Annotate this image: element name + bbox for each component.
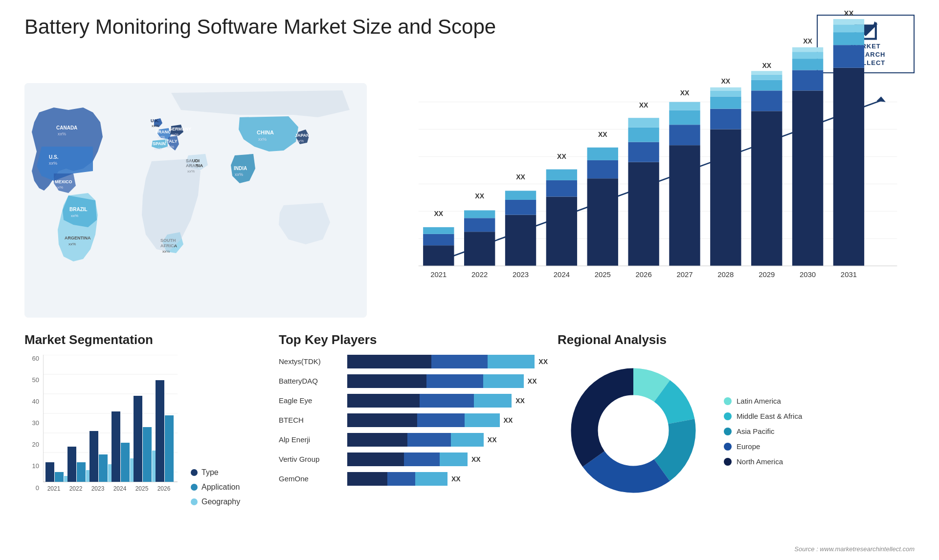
legend-europe-label: Europe (737, 442, 760, 451)
svg-rect-122 (55, 472, 64, 482)
svg-rect-79 (669, 110, 700, 125)
svg-text:SPAIN: SPAIN (153, 141, 166, 146)
svg-text:XX: XX (598, 130, 607, 138)
seg-bars-container: 60 50 40 30 20 10 0 (24, 355, 181, 506)
svg-text:xx%: xx% (235, 172, 243, 177)
player-bar (347, 472, 447, 486)
svg-text:2023: 2023 (513, 271, 529, 279)
svg-rect-80 (669, 102, 700, 110)
svg-text:2030: 2030 (800, 271, 816, 279)
donut-svg (558, 355, 709, 506)
legend-north-america: North America (724, 457, 802, 466)
svg-rect-52 (464, 218, 495, 232)
svg-rect-53 (464, 210, 495, 218)
svg-text:XX: XX (557, 152, 566, 160)
svg-text:XX: XX (639, 101, 648, 108)
svg-text:U.K.: U.K. (151, 118, 159, 123)
legend-europe: Europe (724, 442, 802, 451)
bottom-section: Market Segmentation 60 50 40 30 20 10 0 (24, 332, 915, 538)
svg-rect-90 (751, 111, 782, 266)
svg-text:2022: 2022 (69, 485, 83, 492)
svg-text:xx%: xx% (157, 135, 165, 139)
legend-geography-label: Geography (201, 497, 240, 506)
seg-y-labels: 60 50 40 30 20 10 0 (24, 355, 42, 492)
legend-application-label: Application (201, 483, 240, 492)
svg-text:XX: XX (680, 88, 690, 96)
svg-text:GERMANY: GERMANY (169, 127, 191, 131)
svg-text:U.S.: U.S. (49, 154, 59, 160)
player-row: BatteryDAQ XX (279, 374, 548, 388)
player-bar-wrap: XX (347, 433, 548, 447)
svg-text:ITALY: ITALY (165, 139, 178, 144)
legend-latin-america-dot (724, 397, 732, 405)
legend-asia-pacific: Asia Pacific (724, 427, 802, 435)
legend-type: Type (191, 468, 240, 477)
player-name: Eagle Eye (279, 396, 342, 405)
svg-text:JAPAN: JAPAN (295, 133, 310, 138)
svg-rect-134 (143, 427, 152, 482)
svg-rect-106 (833, 32, 864, 45)
svg-rect-68 (587, 147, 618, 160)
svg-text:xx%: xx% (258, 137, 267, 142)
svg-rect-61 (546, 196, 577, 266)
svg-rect-97 (792, 90, 823, 266)
player-name: Vertiv Group (279, 455, 342, 463)
player-bar (347, 374, 524, 388)
svg-rect-91 (751, 90, 782, 111)
regional-panel: Regional Analysis (558, 332, 915, 538)
svg-rect-105 (833, 45, 864, 68)
svg-rect-73 (628, 127, 659, 142)
svg-text:xx%: xx% (68, 242, 76, 246)
legend-application: Application (191, 483, 240, 492)
svg-rect-137 (165, 415, 174, 482)
player-row: Eagle Eye XX (279, 394, 548, 408)
player-row: Nextys(TDK) XX (279, 355, 548, 368)
seg-legend: Type Application Geography (191, 458, 240, 506)
svg-rect-47 (423, 234, 454, 245)
player-name: Alp Enerji (279, 435, 342, 444)
player-xx: XX (451, 475, 461, 483)
svg-text:xx%: xx% (56, 185, 63, 190)
svg-rect-51 (464, 232, 495, 266)
svg-marker-45 (876, 96, 886, 102)
svg-text:XX: XX (844, 9, 853, 17)
player-bar (347, 452, 468, 466)
player-row: Alp Enerji XX (279, 433, 548, 447)
legend-type-dot (191, 469, 198, 476)
player-bar-wrap: XX (347, 472, 548, 486)
top-section: CANADA xx% U.S. xx% MEXICO xx% BRAZIL xx… (24, 83, 915, 318)
source-text: Source : www.marketresearchintellect.com (794, 545, 915, 553)
svg-rect-99 (792, 59, 823, 70)
svg-rect-63 (546, 169, 577, 180)
player-xx: XX (504, 416, 513, 424)
seg-chart-area: 60 50 40 30 20 10 0 (24, 355, 269, 506)
svg-text:2024: 2024 (554, 271, 570, 279)
svg-rect-130 (112, 411, 120, 482)
header: Battery Monitoring Software Market Size … (24, 15, 915, 73)
svg-rect-127 (89, 431, 98, 482)
bar-chart-container: XX 2021 XX 2022 XX 2023 (381, 83, 915, 318)
donut-chart (558, 355, 709, 508)
svg-rect-83 (710, 129, 741, 266)
player-bar-wrap: XX (347, 394, 548, 408)
svg-rect-125 (77, 462, 86, 482)
svg-rect-94 (751, 71, 782, 74)
svg-text:CANADA: CANADA (56, 125, 77, 130)
svg-text:2023: 2023 (91, 485, 105, 492)
svg-rect-108 (833, 19, 864, 24)
svg-rect-57 (505, 200, 536, 215)
svg-rect-107 (833, 24, 864, 32)
legend-type-label: Type (201, 468, 219, 477)
donut-area: Latin America Middle East & Africa Asia … (558, 355, 915, 508)
svg-text:xx%: xx% (49, 161, 57, 166)
legend-europe-dot (724, 443, 732, 451)
svg-rect-133 (134, 396, 142, 482)
svg-text:ARGENTINA: ARGENTINA (65, 236, 91, 240)
player-name: BatteryDAQ (279, 377, 342, 385)
players-panel: Top Key Players Nextys(TDK) XX BatteryD (279, 332, 548, 538)
svg-text:BRAZIL: BRAZIL (69, 207, 88, 212)
player-xx: XX (515, 397, 525, 405)
map-container: CANADA xx% U.S. xx% MEXICO xx% BRAZIL xx… (24, 83, 367, 318)
svg-text:xx%: xx% (58, 131, 66, 136)
legend-geography-dot (191, 498, 198, 505)
